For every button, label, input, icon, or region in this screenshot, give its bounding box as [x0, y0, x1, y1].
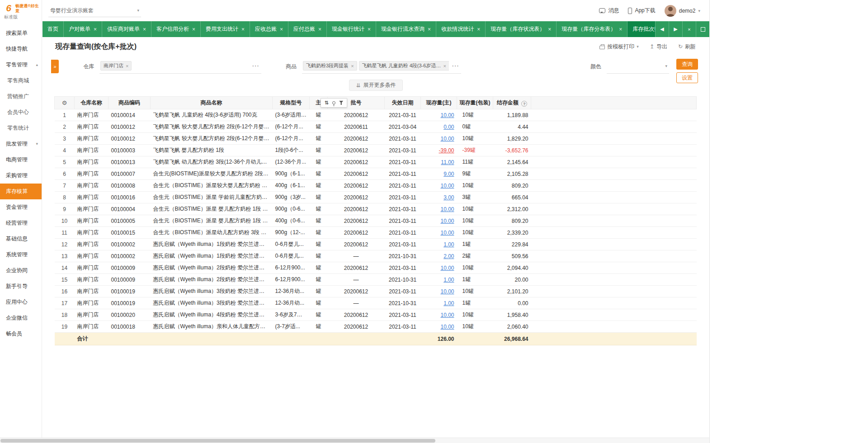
fullscreen-button[interactable] [696, 21, 709, 37]
qty-main-link[interactable]: 10.00 [440, 265, 454, 271]
tab[interactable]: 供应商对账单× [102, 21, 151, 37]
qty-main-link[interactable]: 1.00 [443, 277, 454, 283]
warehouse-filter-field[interactable]: 南岸门店× ⋯ [99, 59, 261, 74]
close-tab-button[interactable]: × [682, 21, 696, 37]
sidebar-item[interactable]: 零售管理▴ [0, 57, 42, 73]
sidebar-item[interactable]: 零售统计 [0, 120, 42, 136]
sidebar-item[interactable]: 基础信息 [0, 231, 42, 247]
col-header-code[interactable]: 商品编码 [108, 97, 151, 109]
sort-icon[interactable]: ⇅ [325, 100, 329, 105]
refresh-button[interactable]: ↻ 刷新 [678, 43, 696, 51]
tag-close-icon[interactable]: × [443, 63, 446, 69]
tab-close-icon[interactable]: × [241, 26, 245, 33]
color-filter-field[interactable]: ▾ [607, 59, 669, 74]
tab-close-icon[interactable]: × [428, 26, 431, 33]
col-header-spec[interactable]: 规格型号 [273, 97, 310, 109]
tab-close-icon[interactable]: × [318, 26, 321, 33]
col-header-settings[interactable]: ⚙ [55, 97, 75, 109]
tab-close-icon[interactable]: × [619, 26, 622, 33]
sidebar-item[interactable]: 电商管理 [0, 152, 42, 168]
tag-close-icon[interactable]: × [126, 63, 128, 69]
sidebar-item[interactable]: 快捷导航 [0, 41, 42, 57]
account-select[interactable]: 母婴行业演示账套 ▾ [48, 5, 141, 17]
col-header-name[interactable]: 商品名称 [151, 97, 273, 109]
sidebar-item[interactable]: 资金管理 [0, 199, 42, 215]
sidebar-item[interactable]: 零售商城 [0, 73, 42, 89]
tab[interactable]: 现存量（库存状况表）× [486, 21, 557, 37]
col-header-amount[interactable]: 结存金额 ? [493, 97, 531, 109]
tab-close-icon[interactable]: × [94, 26, 97, 33]
export-button[interactable]: ↥ 导出 [650, 43, 667, 51]
qty-main-link[interactable]: 1.00 [443, 241, 454, 248]
info-icon[interactable]: ? [521, 101, 527, 107]
sidebar-item[interactable]: 营销推广 [0, 89, 42, 104]
sidebar-item[interactable]: 经营管理 [0, 215, 42, 231]
tab-close-icon[interactable]: × [477, 26, 480, 33]
tab[interactable]: 现金银行统计× [327, 21, 376, 37]
filter-icon[interactable] [339, 101, 343, 105]
tab-close-icon[interactable]: × [280, 26, 283, 33]
qty-main-link[interactable]: 10.00 [440, 183, 454, 189]
tab[interactable]: 应付总账× [288, 21, 327, 37]
sidebar-item[interactable]: 采购管理 [0, 168, 42, 184]
qty-main-link[interactable]: 10.00 [440, 136, 454, 142]
qty-main-link[interactable]: 10.00 [440, 230, 454, 236]
tab[interactable]: 库存批次账× [627, 21, 655, 37]
settings-button[interactable]: 设置 [676, 72, 698, 83]
sidebar-item[interactable]: 企业协同 [0, 263, 42, 278]
sidebar-item[interactable]: 畅会员 [0, 326, 42, 342]
picker-icon[interactable]: ⋯ [252, 61, 259, 70]
tab[interactable]: 客户信用分析× [151, 21, 201, 37]
sidebar-item[interactable]: 搜索菜单 [0, 25, 42, 41]
tab-scroll-right-button[interactable]: ▶ [669, 21, 682, 37]
scrollbar-thumb[interactable] [0, 439, 435, 443]
horizontal-scrollbar[interactable] [0, 438, 710, 443]
expand-more-button[interactable]: ⇊ 展开更多条件 [349, 80, 402, 91]
qty-main-link[interactable]: 10.00 [440, 206, 454, 212]
sidebar-item[interactable]: 批发管理▾ [0, 136, 42, 152]
picker-icon[interactable]: ⋯ [452, 61, 459, 70]
qty-main-link[interactable]: 10.00 [440, 218, 454, 224]
col-header-expiry[interactable]: 失效日期 [385, 97, 421, 109]
qty-main-link[interactable]: 10.00 [440, 312, 454, 318]
sidebar-item[interactable]: 系统管理 [0, 247, 42, 263]
pin-icon[interactable] [332, 101, 335, 104]
sidebar-item[interactable]: 库存核算 [0, 184, 42, 199]
tab-scroll-left-button[interactable]: ◀ [655, 21, 669, 37]
qty-main-link[interactable]: 10.00 [440, 324, 454, 330]
col-header-qty-pack[interactable]: 现存量(包装) [457, 97, 493, 109]
qty-main-link[interactable]: 9.00 [443, 171, 454, 177]
messages-button[interactable]: 消息 [599, 7, 619, 14]
tab-close-icon[interactable]: × [548, 26, 551, 33]
tab-close-icon[interactable]: × [368, 26, 371, 33]
qty-main-link[interactable]: 10.00 [440, 288, 454, 295]
sidebar-item[interactable]: 会员中心 [0, 104, 42, 120]
sidebar-item[interactable]: 应用中心 [0, 294, 42, 310]
print-by-template-button[interactable]: 按模板打印 ▾ [599, 43, 639, 51]
collapse-filters-icon[interactable]: » [51, 60, 59, 73]
sidebar-item[interactable]: 新手引导 [0, 278, 42, 294]
tab[interactable]: 首页 [42, 21, 64, 37]
qty-main-link[interactable]: 3.00 [443, 194, 454, 201]
gear-icon[interactable]: ⚙ [62, 99, 67, 106]
qty-main-link[interactable]: 10.00 [440, 112, 454, 118]
search-button[interactable]: 查询 [676, 59, 698, 70]
col-header-unit[interactable]: 主 ⇅ [310, 97, 328, 109]
tab-close-icon[interactable]: × [143, 26, 146, 33]
app-download-button[interactable]: App下载 [628, 7, 655, 14]
tab-close-icon[interactable]: × [192, 26, 195, 33]
user-menu[interactable]: demo2 ▾ [665, 5, 700, 17]
tab[interactable]: 现金银行流水查询× [376, 21, 436, 37]
col-header-qty-main[interactable]: 现存量(主) [421, 97, 457, 109]
qty-main-link[interactable]: 2.00 [443, 253, 454, 259]
qty-main-link[interactable]: -39.00 [439, 147, 454, 154]
tab[interactable]: 户对账单× [64, 21, 102, 37]
tag-close-icon[interactable]: × [351, 63, 354, 69]
tab[interactable]: 收款情况统计× [436, 21, 486, 37]
qty-main-link[interactable]: 0.00 [443, 124, 454, 130]
product-filter-field[interactable]: 飞鹤奶粉3段两提装×飞鹤星飞帆 儿童奶粉 4段(3-6岁适用) 700克×飞..… [302, 59, 461, 74]
qty-main-link[interactable]: 11.00 [441, 159, 454, 165]
sidebar-item[interactable]: 企业微信 [0, 310, 42, 326]
tab[interactable]: 费用支出统计× [201, 21, 250, 37]
qty-main-link[interactable]: 1.00 [443, 300, 454, 306]
